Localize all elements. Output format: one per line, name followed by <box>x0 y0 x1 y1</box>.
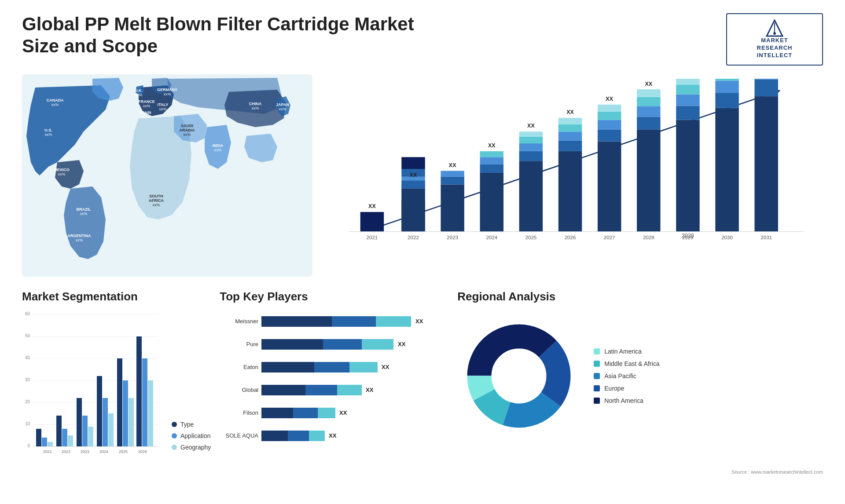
source-text: Source : www.marketresearchintellect.com <box>457 465 823 475</box>
svg-point-184 <box>492 350 545 402</box>
svg-text:BRAZIL: BRAZIL <box>77 207 91 212</box>
svg-rect-138 <box>103 398 108 446</box>
svg-text:xx%: xx% <box>75 238 83 242</box>
svg-rect-147 <box>148 380 153 446</box>
legend-item-type: Type <box>172 421 211 428</box>
svg-rect-131 <box>68 435 73 446</box>
legend-label-geography: Geography <box>180 444 211 451</box>
svg-rect-155 <box>261 339 323 350</box>
svg-text:XX: XX <box>566 109 574 115</box>
svg-rect-160 <box>261 362 314 373</box>
svg-rect-78 <box>637 117 660 129</box>
svg-text:xx%: xx% <box>80 212 87 216</box>
svg-rect-93 <box>754 96 778 232</box>
legend-color-asia-pacific <box>594 373 600 379</box>
svg-rect-125 <box>36 429 41 446</box>
legend-color-latin-america <box>594 348 600 354</box>
svg-text:XX: XX <box>410 172 417 178</box>
svg-text:U.S.: U.S. <box>44 128 52 132</box>
svg-rect-56 <box>480 157 503 164</box>
svg-text:INDIA: INDIA <box>213 143 224 148</box>
svg-rect-141 <box>117 358 122 446</box>
svg-text:XX: XX <box>527 123 535 129</box>
svg-rect-151 <box>332 316 376 327</box>
svg-rect-67 <box>558 131 582 141</box>
growth-chart-container: XX XX XX <box>321 74 823 277</box>
svg-rect-69 <box>558 118 582 124</box>
legend-color-mea <box>594 361 600 367</box>
svg-text:2021: 2021 <box>367 235 378 240</box>
logo-icon <box>766 19 783 37</box>
players-svg: Meissner XX Pure XX Eaton XX Global <box>220 310 448 460</box>
svg-rect-66 <box>558 140 582 151</box>
svg-rect-137 <box>97 376 102 446</box>
svg-rect-73 <box>598 120 621 129</box>
svg-rect-171 <box>293 408 318 418</box>
svg-text:ARABIA: ARABIA <box>180 128 195 132</box>
svg-text:xx%: xx% <box>58 172 65 176</box>
legend-text-mea: Middle East & Africa <box>604 360 659 367</box>
svg-text:2031: 2031 <box>760 235 772 240</box>
svg-rect-91 <box>715 80 738 93</box>
svg-rect-89 <box>715 108 738 232</box>
svg-rect-166 <box>305 385 337 395</box>
svg-text:xx%: xx% <box>159 107 166 111</box>
svg-rect-84 <box>676 106 699 120</box>
svg-text:XX: XX <box>398 341 406 347</box>
svg-rect-83 <box>676 120 699 231</box>
svg-rect-60 <box>519 151 543 161</box>
svg-text:XX: XX <box>339 409 347 416</box>
svg-text:MEXICO: MEXICO <box>54 168 70 172</box>
regional-container: Regional Analysis <box>457 290 823 475</box>
legend-item-application: Application <box>172 432 211 439</box>
svg-text:30: 30 <box>25 377 30 382</box>
svg-text:JAPAN: JAPAN <box>276 102 289 107</box>
svg-rect-177 <box>309 431 325 441</box>
legend-north-america: North America <box>594 397 659 404</box>
svg-rect-143 <box>129 398 134 446</box>
svg-rect-55 <box>480 164 503 173</box>
bottom-section: Market Segmentation 60 50 40 30 20 10 0 <box>22 290 823 475</box>
svg-text:2026: 2026 <box>138 449 147 454</box>
svg-rect-133 <box>77 398 82 446</box>
legend-text-europe: Europe <box>604 385 624 392</box>
segmentation-chart-area: 60 50 40 30 20 10 0 <box>22 310 211 451</box>
svg-rect-126 <box>42 438 47 446</box>
svg-rect-172 <box>318 408 335 418</box>
svg-text:GERMANY: GERMANY <box>157 88 177 92</box>
svg-text:SOLE AQUA: SOLE AQUA <box>226 432 259 439</box>
segmentation-container: Market Segmentation 60 50 40 30 20 10 0 <box>22 290 211 475</box>
world-map-svg: CANADA xx% U.S. xx% MEXICO xx% BRAZIL xx… <box>22 74 312 277</box>
seg-bars-svg: 60 50 40 30 20 10 0 <box>22 310 163 460</box>
svg-text:SAUDI: SAUDI <box>181 124 193 128</box>
svg-rect-152 <box>376 316 411 327</box>
svg-text:CANADA: CANADA <box>47 98 64 102</box>
svg-rect-146 <box>142 358 147 446</box>
svg-rect-129 <box>56 416 62 446</box>
svg-rect-139 <box>108 413 114 446</box>
growth-chart-svg: XX XX XX <box>330 79 814 259</box>
svg-rect-130 <box>62 429 67 446</box>
svg-text:50: 50 <box>25 333 30 338</box>
svg-text:xx%: xx% <box>163 92 171 96</box>
legend-mea: Middle East & Africa <box>594 360 659 367</box>
page-container: Global PP Melt Blown Filter Cartridge Ma… <box>0 0 845 504</box>
svg-text:Eaton: Eaton <box>243 364 258 370</box>
legend-color-north-america <box>594 398 600 404</box>
svg-rect-134 <box>82 416 88 446</box>
legend-dot-geography <box>172 445 177 450</box>
svg-text:XX: XX <box>449 162 456 168</box>
svg-rect-71 <box>598 141 621 231</box>
svg-rect-157 <box>362 339 393 350</box>
svg-rect-135 <box>88 427 93 446</box>
legend-dot-type <box>172 422 177 427</box>
legend-text-latin-america: Latin America <box>604 348 642 355</box>
svg-text:ARGENTINA: ARGENTINA <box>67 234 91 238</box>
svg-text:xx%: xx% <box>183 132 191 137</box>
svg-text:xx%: xx% <box>251 106 259 110</box>
svg-text:FRANCE: FRANCE <box>138 99 155 104</box>
regional-inner: Latin America Middle East & Africa Asia … <box>457 314 823 438</box>
svg-rect-142 <box>123 380 128 446</box>
svg-rect-79 <box>637 106 660 117</box>
donut-svg <box>457 314 580 438</box>
